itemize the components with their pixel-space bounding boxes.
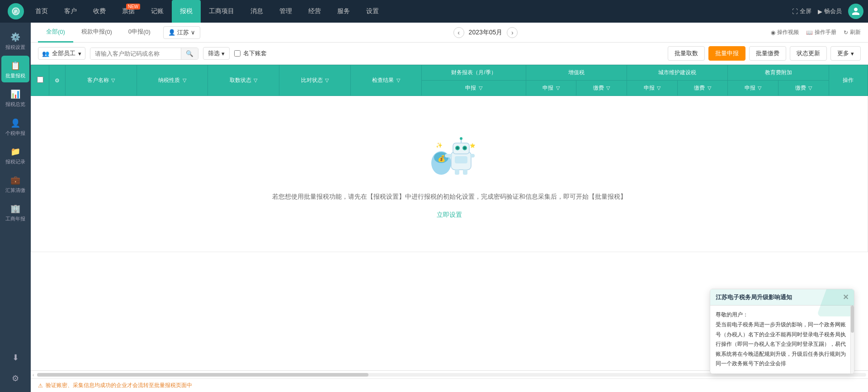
employee-filter[interactable]: 👥 全部员工 ▾ [38,47,85,60]
prev-month-btn[interactable]: ‹ [453,27,464,38]
svg-rect-16 [455,169,459,175]
logo[interactable]: 易 [5,0,27,23]
nav-home[interactable]: 首页 [27,0,56,23]
annual-settlement-icon: 💼 [10,175,21,186]
nav-settings[interactable]: 设置 [358,0,387,23]
customer-filter-icon[interactable]: ▽ [111,77,115,83]
search-wrapper: 🔍 [90,48,198,60]
vip-icon: ▶ [818,8,822,15]
nav-service[interactable]: 服务 [329,0,358,23]
fullscreen-btn[interactable]: ⛶ 全屏 [792,7,811,15]
sidebar-item-annual-report[interactable]: 🏢 工商年报 [1,199,29,225]
th-financial-report: 财务报表（月/季） [422,65,526,81]
sidebar-item-tax-records[interactable]: 📁 报税记录 [1,142,29,168]
region-selector[interactable]: 👤 江苏 ∨ [163,26,200,39]
tab-tax-declare[interactable]: 税款申报 (0) [73,23,120,43]
select-all-checkbox[interactable] [37,76,43,83]
edu-declare-filter[interactable]: ▽ [758,85,761,91]
status-message: 验证账密、采集信息均成功的企业才会流转至批量报税页面中 [46,382,192,389]
sidebar-item-individual-tax[interactable]: 👤 个税申报 [1,113,29,140]
th-customer-name: 客户名称 ▽ [66,65,137,96]
scroll-left-arrow[interactable]: ‹ [33,372,34,378]
nav-invoice[interactable]: 票据 NEW [114,0,143,23]
th-education: 教育费附加 [728,65,829,81]
top-nav: 易 首页 客户 收费 票据 NEW 记账 报税 工商项目 消息 管理 [0,0,868,23]
config-icon[interactable]: ⚙ [55,77,60,84]
status-bar: ⚠ 验证账密、采集信息均成功的企业才会流转至批量报税页面中 [31,378,868,392]
tax-records-icon: 📁 [10,146,21,157]
sidebar-item-tax-settings[interactable]: ⚙️ 报税设置 [1,27,29,54]
nav-operation[interactable]: 经营 [300,0,329,23]
edu-pay-filter[interactable]: ▽ [808,85,812,91]
vat-pay-filter[interactable]: ▽ [606,85,610,91]
svg-rect-20 [818,289,854,316]
tab-bar: 全部 (0) 税款申报 (0) 0申报 (0) 👤 江苏 ∨ ‹ 2023年05… [31,23,868,43]
nav-manage[interactable]: 管理 [271,0,300,23]
account-checkbox-label[interactable]: 名下账套 [234,49,267,57]
notif-scroll-thumb [851,306,854,333]
video-link[interactable]: ◉ 操作视频 [771,29,799,36]
individual-tax-icon: 👤 [10,118,21,129]
tab-all[interactable]: 全部 (0) [38,23,73,43]
svg-point-10 [463,147,466,149]
nav-customer[interactable]: 客户 [56,0,85,23]
manual-icon: 📖 [806,29,813,36]
taxtype-filter-icon[interactable]: ▽ [183,77,186,83]
vat-declare-filter[interactable]: ▽ [556,85,560,91]
th-check-result: 检查结果 ▽ [350,65,422,96]
date-nav: ‹ 2023年05月 › [453,27,518,38]
vip-btn[interactable]: ▶ 畅会员 [818,7,842,15]
warning-icon: ⚠ [38,382,43,389]
financial-declare-filter[interactable]: ▽ [479,85,482,91]
nav-items: 首页 客户 收费 票据 NEW 记账 报税 工商项目 消息 管理 经营 [27,0,792,23]
th-checkbox [31,65,49,96]
sidebar-item-tax-overview[interactable]: 📊 报税总览 [1,84,29,111]
notification-panel: 江苏电子税务局升级影响通知 ✕ 尊敬的用户： 受当前电子税务局进一步升级的影响，… [710,289,854,374]
current-date: 2023年05月 [469,29,503,37]
filter-button[interactable]: 筛选 ▾ [203,47,230,60]
avatar[interactable] [848,4,863,19]
batch-pay-button[interactable]: 批量缴费 [749,46,786,61]
empty-state: 💰 [36,100,863,248]
batch-declare-button[interactable]: 批量申报 [708,46,745,61]
sidebar-item-settings[interactable]: ⚙ [1,368,29,387]
account-checkbox[interactable] [234,50,241,57]
th-financial-declare: 申报 ▽ [422,81,526,96]
comparestatus-filter-icon[interactable]: ▽ [325,77,329,83]
fetchstatus-filter-icon[interactable]: ▽ [254,77,257,83]
nav-business[interactable]: 工商项目 [201,0,242,23]
person-icon: 👤 [168,29,175,36]
refresh-link[interactable]: ↻ 刷新 [844,29,861,36]
nav-accounting[interactable]: 记账 [143,0,172,23]
nav-message[interactable]: 消息 [242,0,271,23]
setup-link[interactable]: 立即设置 [437,208,462,221]
nav-tax[interactable]: 报税 [172,0,201,23]
sidebar-item-annual-settlement[interactable]: 💼 汇算清缴 [1,170,29,197]
search-button[interactable]: 🔍 [181,48,198,59]
checkresult-filter-icon[interactable]: ▽ [396,77,400,83]
search-input[interactable] [90,48,181,59]
notif-scrollbar[interactable] [850,306,854,373]
more-button[interactable]: 更多 ▾ [830,46,861,61]
th-config: ⚙ [49,65,66,96]
status-update-button[interactable]: 状态更新 [790,46,827,61]
refresh-icon: ↻ [844,29,848,36]
svg-rect-15 [455,156,467,163]
sidebar-item-download[interactable]: ⬇ [1,348,29,367]
tab-zero-declare[interactable]: 0申报 (0) [120,23,159,43]
manual-link[interactable]: 📖 操作手册 [806,29,836,36]
toolbar: 👥 全部员工 ▾ 🔍 筛选 ▾ 名下账套 批量取数 批量申报 批量缴费 状态更新 [31,43,868,65]
svg-rect-17 [463,169,467,175]
empty-state-row: 💰 [31,96,868,252]
th-vat-pay: 缴费 ▽ [576,81,627,96]
svg-point-12 [460,137,462,140]
empty-message: 若您想使用批量报税功能，请先在【报税设置】中进行报税的初始化设置，完成密码验证和… [272,190,627,203]
nav-fee[interactable]: 收费 [85,0,114,23]
city-declare-filter[interactable]: ▽ [657,85,660,91]
sidebar-item-batch-tax[interactable]: 📋 批量报税 [1,56,29,82]
scroll-thumb[interactable] [37,373,369,377]
batch-fetch-button[interactable]: 批量取数 [668,46,705,61]
notification-title: 江苏电子税务局升级影响通知 [716,293,792,301]
next-month-btn[interactable]: › [507,27,518,38]
city-pay-filter[interactable]: ▽ [708,85,711,91]
